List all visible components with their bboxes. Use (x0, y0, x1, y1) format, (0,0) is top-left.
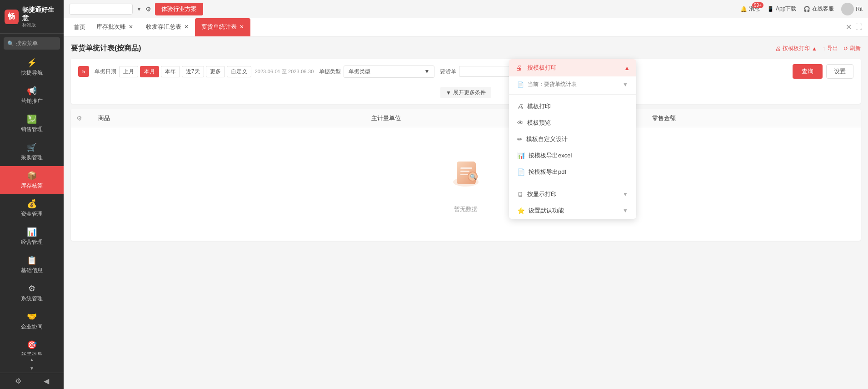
dropdown-header[interactable]: 🖨 按模板打印 ▲ (509, 59, 636, 76)
date-buttons: 上月 本月 本年 近7天 更多 自定义 2023-06-01 至 2023-06… (119, 66, 314, 77)
set-default-item[interactable]: ⭐ 设置默认功能 ▼ (509, 202, 636, 219)
date-range-text: 2023-06-01 至 2023-06-30 (255, 68, 314, 75)
sidebar-scroll-down[interactable]: ▼ (0, 364, 64, 373)
dropdown-collapse-icon[interactable]: ▲ (624, 65, 630, 71)
topbar-dropdown-btn[interactable]: ▼ (136, 6, 142, 12)
current-template-label: 当前：要货单统计表 (528, 81, 577, 88)
sidebar-item-label: 采购管理 (21, 154, 43, 162)
system-icon: ⚙ (28, 283, 35, 293)
sidebar-scroll-up[interactable]: ▲ (0, 355, 64, 364)
date-btn-lastmonth[interactable]: 上月 (119, 66, 138, 77)
trial-btn[interactable]: 体验行业方案 (155, 3, 203, 15)
filter-ordertype-group: 单据类型 单据类型 ▼ (319, 66, 434, 78)
sidebar-logo: 畅 畅捷通好生意 标准版 (0, 0, 64, 34)
date-label: 单据日期 (95, 68, 116, 76)
content-area: 要货单统计表(按商品) 🖨 按模板打印 ▲ ↑ 导出 ↺ 刷新 (64, 36, 868, 389)
app-download-item[interactable]: 📱 App下载 (767, 5, 796, 13)
messages-badge: 99+ (752, 2, 763, 8)
refresh-btn[interactable]: ↺ 刷新 (843, 45, 861, 52)
sidebar-item-purchase[interactable]: 🛒 采购管理 (0, 138, 64, 166)
tab-order-stats[interactable]: 要货单统计表 ✕ (195, 18, 250, 36)
set-default-label: 设置默认功能 (529, 207, 564, 215)
filter-area: » 单据日期 上月 本月 本年 近7天 更多 自定义 2023-06-01 至 … (71, 59, 861, 104)
template-design-item[interactable]: ✏ 模板自定义设计 (509, 131, 636, 147)
tabbar-close-btn[interactable]: ✕ (846, 23, 852, 31)
main-area: ▼ ⚙ 体验行业方案 🔔 消息 99+ 📱 App下载 🎧 在线客服 Rit (64, 0, 868, 389)
refresh-icon: ↺ (843, 45, 848, 52)
template-print-item[interactable]: 🖨 模板打印 (509, 98, 636, 115)
sidebar-item-inventory[interactable]: 📦 库存核算 (0, 166, 64, 194)
guide-icon: 🎯 (27, 340, 37, 350)
topbar: ▼ ⚙ 体验行业方案 🔔 消息 99+ 📱 App下载 🎧 在线客服 Rit (64, 0, 868, 18)
sidebar-item-quicknav[interactable]: ⚡ 快捷导航 (0, 53, 64, 81)
goods-label: 要货单 (440, 68, 456, 76)
sidebar-item-label: 营销推广 (21, 97, 43, 105)
topbar-gear-icon[interactable]: ⚙ (145, 5, 151, 13)
filter-expand-btn[interactable]: » (78, 66, 89, 77)
empty-icon: 🔍 (448, 155, 484, 200)
export-btn[interactable]: ↑ 导出 (823, 45, 838, 52)
topbar-search-input[interactable] (69, 4, 133, 15)
sidebar-item-guide[interactable]: 🎯 新手引导 (0, 335, 64, 355)
tab-close-order-stats[interactable]: ✕ (239, 24, 244, 30)
date-btn-custom[interactable]: 自定义 (227, 66, 251, 77)
order-type-select[interactable]: 单据类型 ▼ (344, 66, 434, 78)
date-btn-thisyear[interactable]: 本年 (161, 66, 180, 77)
display-print-icon: 🖥 (517, 191, 524, 198)
order-type-placeholder: 单据类型 (349, 68, 370, 76)
tab-close-stock-summary[interactable]: ✕ (184, 24, 189, 30)
template-pdf-label: 按模板导出pdf (529, 168, 566, 176)
printer-icon: 🖨 (515, 64, 522, 71)
current-template-item[interactable]: 📄 当前：要货单统计表 ▼ (509, 76, 636, 92)
tabbar-expand-btn[interactable]: ⛶ (855, 23, 863, 31)
design-icon: ✏ (517, 136, 523, 143)
pdf-icon: 📄 (517, 168, 525, 176)
bell-icon: 🔔 (740, 6, 747, 12)
user-avatar-item[interactable]: Rit (841, 3, 863, 15)
display-print-arrow: ▼ (623, 191, 628, 197)
date-btn-thismonth[interactable]: 本月 (140, 66, 159, 77)
inventory-icon: 📦 (27, 171, 37, 181)
logo-main-text: 畅捷通好生意 (22, 5, 59, 22)
page-header: 要货单统计表(按商品) 🖨 按模板打印 ▲ ↑ 导出 ↺ 刷新 (71, 44, 861, 53)
date-btn-7days[interactable]: 近7天 (182, 66, 204, 77)
logo-sub-text: 标准版 (22, 22, 59, 28)
template-preview-item[interactable]: 👁 模板预览 (509, 115, 636, 131)
sidebar-collapse-btn[interactable]: ◀ (44, 377, 49, 385)
settings-btn[interactable]: 设置 (826, 64, 853, 79)
sidebar-item-marketing[interactable]: 📢 营销推广 (0, 81, 64, 110)
collab-icon: 🤝 (27, 312, 37, 322)
tab-inventory-batch[interactable]: 库存批次账 ✕ (90, 18, 140, 36)
display-print-item[interactable]: 🖥 按显示打印 ▼ (509, 186, 636, 202)
tab-home[interactable]: 首页 (69, 18, 90, 36)
th-amount: 零售金额 (649, 114, 855, 122)
tabbar-right: ✕ ⛶ (846, 23, 863, 31)
sidebar-item-label: 经营管理 (21, 238, 43, 246)
sidebar-item-system[interactable]: ⚙ 系统管理 (0, 279, 64, 307)
table-settings-icon[interactable]: ⚙ (76, 115, 82, 122)
page-title: 要货单统计表(按商品) (71, 44, 141, 53)
sidebar-item-collab[interactable]: 🤝 企业协同 (0, 307, 64, 335)
dropdown-divider-1 (509, 94, 636, 95)
sidebar-search[interactable]: 🔍 搜索菜单 (4, 37, 60, 50)
chevron-up-icon: ▲ (812, 45, 817, 52)
date-btn-more[interactable]: 更多 (206, 66, 225, 77)
messages-item[interactable]: 🔔 消息 99+ (740, 5, 760, 13)
tab-stock-summary[interactable]: 收发存汇总表 ✕ (140, 18, 195, 36)
dropdown-arrow-icon: ▼ (424, 68, 429, 75)
expand-more-btn[interactable]: ▼ 展开更多条件 (440, 87, 491, 98)
sidebar-item-operations[interactable]: 📊 经营管理 (0, 222, 64, 251)
sidebar-item-basicinfo[interactable]: 📋 基础信息 (0, 251, 64, 279)
sidebar-item-sales[interactable]: 💹 销售管理 (0, 110, 64, 138)
app-download-label: App下载 (776, 5, 796, 13)
online-service-item[interactable]: 🎧 在线客服 (803, 5, 834, 13)
sidebar-settings-btn[interactable]: ⚙ (15, 377, 21, 385)
template-excel-item[interactable]: 📊 按模板导出excel (509, 147, 636, 164)
template-pdf-item[interactable]: 📄 按模板导出pdf (509, 164, 636, 180)
sidebar-item-label: 资金管理 (21, 210, 43, 218)
tab-close-inventory-batch[interactable]: ✕ (129, 24, 133, 30)
set-default-icon: ⭐ (517, 207, 525, 214)
sidebar-item-finance[interactable]: 💰 资金管理 (0, 194, 64, 222)
query-btn[interactable]: 查询 (793, 64, 823, 79)
print-btn[interactable]: 🖨 按模板打印 ▲ (775, 45, 817, 52)
